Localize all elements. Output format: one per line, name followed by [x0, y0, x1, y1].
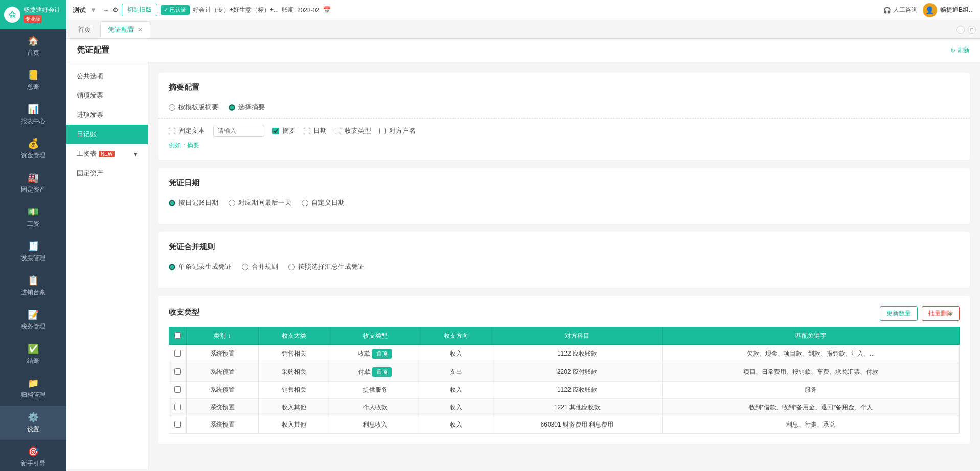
archive-icon: 📁 — [28, 378, 39, 389]
batch-delete-btn[interactable]: 批量删除 — [922, 306, 960, 321]
journal-date-radio[interactable] — [169, 200, 175, 206]
counterpart-checkbox[interactable] — [379, 128, 386, 134]
cell-major-type: 销售相关 — [258, 345, 330, 363]
custom-date-radio[interactable] — [302, 200, 308, 206]
cell-direction: 收入 — [420, 416, 492, 434]
certified-badge: ✓ 已认证 — [161, 5, 190, 15]
funds-icon: 💰 — [28, 138, 39, 149]
sidebar-item-archive[interactable]: 📁归档管理 — [0, 371, 66, 406]
summary-checkbox-label[interactable]: 摘要 — [272, 126, 295, 135]
left-menu-item-sales-invoice[interactable]: 销项发票 — [66, 86, 148, 105]
left-menu-item-payroll[interactable]: 工资表 NEW ▾ — [66, 144, 148, 163]
sidebar-item-reports[interactable]: 📊报表中心 — [0, 98, 66, 132]
add-icon[interactable]: ＋ — [103, 6, 109, 15]
sidebar-item-purchase-sales[interactable]: 📋进销台账 — [0, 269, 66, 303]
headset-icon: 🎧 — [883, 7, 891, 14]
maximize-btn[interactable]: □ — [968, 26, 976, 34]
merge-radio-label[interactable]: 合并规则 — [242, 262, 278, 271]
income-type-checkbox[interactable] — [335, 128, 341, 134]
row-checkbox[interactable] — [174, 421, 181, 428]
cell-keywords: 服务 — [663, 382, 960, 399]
left-menu-item-journal[interactable]: 日记账 — [66, 125, 148, 144]
total-radio-label[interactable]: 按照选择汇总生成凭证 — [288, 262, 364, 271]
pin-tag-btn[interactable]: 置顶 — [372, 349, 392, 359]
period-last-radio-label[interactable]: 对应期间最后一天 — [229, 198, 291, 207]
summary-checkbox[interactable] — [272, 128, 279, 134]
cell-type: 利息收入 — [330, 416, 420, 434]
tab-home[interactable]: 首页 — [71, 22, 98, 37]
sidebar-item-fixed-assets[interactable]: 🏭固定资产 — [0, 166, 66, 200]
tax-icon: 📝 — [28, 309, 39, 320]
tab-close-btn[interactable]: ✕ — [138, 26, 143, 33]
row-checkbox[interactable] — [174, 404, 181, 410]
fixed-text-input[interactable] — [213, 125, 264, 137]
update-quantity-btn[interactable]: 更新数量 — [880, 306, 918, 321]
left-menu-item-public[interactable]: 公共选项 — [66, 66, 148, 86]
total-radio[interactable] — [288, 264, 295, 270]
summary-checkbox-row: 固定文本 摘要 日期 收支类型 — [169, 125, 960, 137]
sidebar-item-home[interactable]: 🏠首页 — [0, 29, 66, 63]
topbar: 测试 ▼ ＋ ⚙ 切到旧版 ✓ 已认证 好会计（专）+好生意（标）+... 账期… — [66, 0, 980, 20]
select-all-checkbox[interactable] — [174, 332, 181, 339]
left-menu-item-fixed-assets[interactable]: 固定资产 — [66, 163, 148, 183]
tab-voucher-config[interactable]: 凭证配置 ✕ — [100, 21, 150, 38]
left-menu-item-purchase-invoice[interactable]: 进项发票 — [66, 105, 148, 125]
merge-rules-title: 凭证合并规则 — [169, 242, 960, 254]
counterpart-checkbox-label[interactable]: 对方户名 — [379, 126, 416, 135]
merge-radio[interactable] — [242, 264, 248, 270]
calendar-icon[interactable]: 📅 — [323, 6, 331, 14]
new-badge: NEW — [99, 151, 115, 157]
user-menu[interactable]: 👤 畅捷通B组... — [923, 3, 974, 17]
refresh-icon: ↻ — [950, 47, 955, 54]
date-checkbox[interactable] — [304, 128, 310, 134]
custom-date-radio-label[interactable]: 自定义日期 — [302, 198, 345, 207]
fixed-text-checkbox-label[interactable]: 固定文本 — [169, 126, 205, 135]
row-checkbox[interactable] — [174, 368, 181, 375]
settings-gear-icon[interactable]: ⚙ — [112, 6, 119, 14]
content-area: 凭证配置 ↻ 刷新 公共选项 销项发票 进项发票 日记账 — [66, 39, 980, 471]
minimize-btn[interactable]: — — [956, 26, 965, 34]
sidebar-item-closing[interactable]: ✅结账 — [0, 337, 66, 371]
table-row: 系统预置 销售相关 提供服务 收入 1122 应收账款 服务 — [169, 382, 960, 399]
sidebar-item-guide[interactable]: 🎯新手引导 — [0, 440, 66, 471]
help-btn[interactable]: 🎧 人工咨询 — [883, 6, 918, 14]
select-radio-label[interactable]: 选择摘要 — [229, 103, 265, 112]
single-radio[interactable] — [169, 264, 175, 270]
sidebar: 会 畅捷通好会计 专业版 🏠首页 📒总账 📊报表中心 💰资金管理 🏭固定资产 💵… — [0, 0, 66, 471]
income-type-checkbox-label[interactable]: 收支类型 — [335, 126, 371, 135]
sidebar-item-invoice[interactable]: 🧾发票管理 — [0, 234, 66, 269]
sidebar-item-payroll[interactable]: 💵工资 — [0, 200, 66, 234]
sidebar-item-tax[interactable]: 📝税务管理 — [0, 303, 66, 337]
company-dropdown-icon[interactable]: ▼ — [90, 6, 97, 14]
sidebar-item-funds[interactable]: 💰资金管理 — [0, 132, 66, 166]
template-radio[interactable] — [169, 104, 175, 111]
sidebar-item-general-ledger[interactable]: 📒总账 — [0, 63, 66, 98]
period-last-radio[interactable] — [229, 200, 235, 206]
example-text: 例如：摘要 — [169, 141, 960, 150]
pin-tag-btn[interactable]: 置顶 — [372, 367, 392, 377]
row-checkbox[interactable] — [174, 386, 181, 393]
single-radio-label[interactable]: 单条记录生成凭证 — [169, 262, 232, 271]
cell-major-type: 采购相关 — [258, 363, 330, 382]
assets-icon: 🏭 — [28, 172, 39, 183]
row-checkbox[interactable] — [174, 350, 181, 357]
journal-date-radio-label[interactable]: 按日记账日期 — [169, 198, 218, 207]
cell-direction: 收入 — [420, 399, 492, 416]
sidebar-item-settings[interactable]: ⚙️设置 — [0, 406, 66, 440]
cell-direction: 支出 — [420, 363, 492, 382]
template-radio-label[interactable]: 按模板版摘要 — [169, 103, 218, 112]
refresh-btn[interactable]: ↻ 刷新 — [950, 46, 970, 55]
chevron-down-icon: ▾ — [134, 150, 138, 158]
income-expense-section: 收支类型 更新数量 批量删除 类别 ↓ — [158, 296, 970, 444]
date-checkbox-label[interactable]: 日期 — [304, 126, 327, 135]
table-row: 系统预置 收入其他 利息收入 收入 660301 财务费用 利息费用 利息、行走… — [169, 416, 960, 434]
switch-old-version-btn[interactable]: 切到旧版 — [122, 4, 157, 16]
cell-category: 系统预置 — [187, 345, 259, 363]
th-subject: 对方科目 — [492, 327, 663, 345]
avatar: 👤 — [923, 3, 937, 17]
fixed-text-checkbox[interactable] — [169, 128, 175, 134]
cell-subject: 1221 其他应收款 — [492, 399, 663, 416]
logo-text: 畅捷通好会计 专业版 — [24, 6, 60, 23]
select-radio[interactable] — [229, 104, 235, 111]
cell-type: 收款 置顶 — [330, 345, 420, 363]
